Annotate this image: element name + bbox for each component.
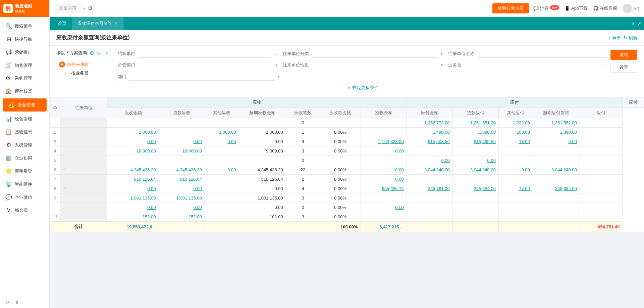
ar-prepay-cell[interactable] <box>361 156 407 165</box>
ar-loan-cell[interactable]: 18,000.00 <box>159 146 205 156</box>
ar-amount-cell[interactable]: 0.00 <box>107 137 159 146</box>
ap-overdue-cell[interactable]: 1,390.00 <box>533 128 580 137</box>
ap-other-cell[interactable] <box>498 146 533 156</box>
ar-other-cell[interactable]: 0.00 <box>205 165 239 175</box>
salesman-input[interactable] <box>464 61 601 69</box>
ar-other-cell[interactable] <box>205 193 239 203</box>
ar-amount-cell[interactable]: 18,000.00 <box>107 146 159 156</box>
ap-overdue-cell[interactable] <box>533 156 580 165</box>
sidebar-settings-icon[interactable]: ⚙ <box>5 300 9 305</box>
preset-by-unit[interactable]: 畅 按往来单位 <box>56 60 108 69</box>
ap-other-cell[interactable] <box>498 203 533 212</box>
ap-loan-cell[interactable]: 915,495.56 <box>452 137 498 146</box>
ar-amount-cell[interactable]: 4,345,436.20 <box>107 165 159 175</box>
ap-overdue-cell[interactable]: 3,044,240.00 <box>533 165 580 175</box>
filter-settings-button[interactable]: 设置 <box>610 62 637 73</box>
ar-amount-cell[interactable]: 0.00 <box>107 203 159 212</box>
ar-amount-cell[interactable]: 810,126.64 <box>107 175 159 184</box>
query-button[interactable]: 查询 <box>610 50 637 60</box>
ap-other-cell[interactable] <box>498 212 533 222</box>
ap-loan-cell[interactable]: 0.00 <box>452 156 498 165</box>
ap-amount-cell[interactable]: 345,761.00 <box>407 184 452 193</box>
ap-loan-cell[interactable] <box>452 146 498 156</box>
ar-prepay-cell[interactable]: 0.00 <box>361 146 407 156</box>
ar-loan-cell[interactable]: 1,001,135.00 <box>159 193 205 203</box>
ap-amount-cell[interactable]: 1,490.00 <box>407 128 452 137</box>
ap-overdue-cell[interactable]: 345,684.00 <box>533 184 580 193</box>
header-settings-icon[interactable]: ⚙ <box>88 5 93 11</box>
ap-other-cell[interactable]: 77.00 <box>498 184 533 193</box>
ar-other-cell[interactable] <box>205 146 239 156</box>
ap-other-cell[interactable]: 1,222.00 <box>498 118 533 128</box>
ar-loan-cell[interactable] <box>159 156 205 165</box>
ap-amount-cell[interactable] <box>407 212 452 222</box>
refresh-button[interactable]: ↻ 刷新 <box>624 35 637 41</box>
ap-amount-cell[interactable] <box>407 146 452 156</box>
ar-amount-cell[interactable] <box>107 118 159 128</box>
ar-prepay-cell[interactable]: 0.00 <box>361 203 407 212</box>
ap-loan-cell[interactable] <box>452 212 498 222</box>
counterpart-category-chevron-icon[interactable]: ▾ <box>441 51 443 56</box>
ar-loan-cell[interactable]: 0.00 <box>159 137 205 146</box>
ar-amount-cell[interactable] <box>107 156 159 165</box>
ap-loan-cell[interactable] <box>452 193 498 203</box>
ar-amount-cell[interactable]: 1,000.00 <box>107 128 159 137</box>
ap-overdue-cell[interactable] <box>533 146 580 156</box>
ar-prepay-cell[interactable]: 655,636.75 <box>361 184 407 193</box>
filter-settings-icon[interactable]: ◎ <box>97 50 101 56</box>
ap-loan-cell[interactable]: 345,684.00 <box>452 184 498 193</box>
ar-loan-cell[interactable]: 152.00 <box>159 212 205 222</box>
ar-amount-cell[interactable]: 1,001,135.00 <box>107 193 159 203</box>
ap-overdue-cell[interactable] <box>533 175 580 184</box>
ap-other-cell[interactable]: 13.00 <box>498 137 533 146</box>
ap-overdue-cell[interactable]: 0.00 <box>533 137 580 146</box>
ar-amount-cell[interactable]: 0.00 <box>107 184 159 193</box>
sidebar-item-enterprise[interactable]: 🏢 企业协同 <box>0 151 49 165</box>
ar-other-cell[interactable] <box>205 156 239 165</box>
sidebar-item-hardware[interactable]: 📡 智能硬件 <box>0 178 49 191</box>
ap-loan-cell[interactable] <box>452 175 498 184</box>
ar-other-cell[interactable] <box>205 118 239 128</box>
ar-loan-cell[interactable] <box>159 118 205 128</box>
ap-amount-cell[interactable] <box>407 193 452 203</box>
counterpart-name-input[interactable] <box>477 50 608 58</box>
filter-add-icon[interactable]: ⊕ <box>90 50 94 56</box>
ap-amount-cell[interactable] <box>407 175 452 184</box>
counterpart-category-input[interactable] <box>312 50 438 58</box>
settlement-unit-input[interactable] <box>138 50 271 58</box>
close-window-icon[interactable]: ✕ <box>631 21 635 26</box>
sidebar-item-operations[interactable]: 📊 经营管理 <box>0 112 49 125</box>
counterpart-nature-chevron-icon[interactable]: ▾ <box>441 63 443 68</box>
ap-other-cell[interactable] <box>498 175 533 184</box>
ap-other-cell[interactable]: 0.00 <box>498 165 533 175</box>
ar-loan-cell[interactable]: 810,126.64 <box>159 175 205 184</box>
ap-amount-cell[interactable]: 915,508.56 <box>407 137 452 146</box>
sidebar-item-inventory[interactable]: 🏠 库存核算 <box>0 85 49 98</box>
sidebar-item-marketing[interactable]: 📢 营销推广 <box>0 46 49 59</box>
ar-prepay-cell[interactable]: 2,153,333.00 <box>361 137 407 146</box>
ar-prepay-cell[interactable]: 0.00 <box>361 175 407 184</box>
ap-other-cell[interactable] <box>498 193 533 203</box>
ar-prepay-cell[interactable]: 0.00 <box>361 165 407 175</box>
sidebar-item-purchase[interactable]: 🛍 采购管理 <box>0 72 49 85</box>
sidebar-item-system[interactable]: ⚙ 系统管理 <box>0 138 49 151</box>
dept-chevron-icon[interactable]: ▾ <box>277 74 279 79</box>
user-action[interactable]: Rit <box>623 4 639 13</box>
service-action[interactable]: 🎧 在线客服 <box>593 5 617 11</box>
settlement-unit-dots-icon[interactable]: ··· <box>274 51 277 56</box>
sidebar-item-finance[interactable]: 💰 资金管理 <box>3 98 47 112</box>
table-settings-icon[interactable]: ⚙ <box>53 105 57 111</box>
tab-home[interactable]: 首页 <box>52 17 72 30</box>
tab-close-icon[interactable]: ✕ <box>114 21 118 26</box>
sidebar-item-base-info[interactable]: 📋 基础信息 <box>0 125 49 138</box>
app-download-action[interactable]: 📱 App下载 <box>565 5 588 11</box>
dept-manager-chevron-icon[interactable]: ▾ <box>275 63 277 68</box>
ar-prepay-cell[interactable] <box>361 118 407 128</box>
ar-loan-cell[interactable] <box>159 128 205 137</box>
salesman-dots-icon[interactable]: ··· <box>604 63 608 68</box>
ap-loan-cell[interactable]: 3,044,240.00 <box>452 165 498 175</box>
ar-prepay-cell[interactable] <box>361 193 407 203</box>
ap-amount-cell[interactable] <box>407 203 452 212</box>
ar-other-cell[interactable] <box>205 175 239 184</box>
ar-other-cell[interactable] <box>205 203 239 212</box>
